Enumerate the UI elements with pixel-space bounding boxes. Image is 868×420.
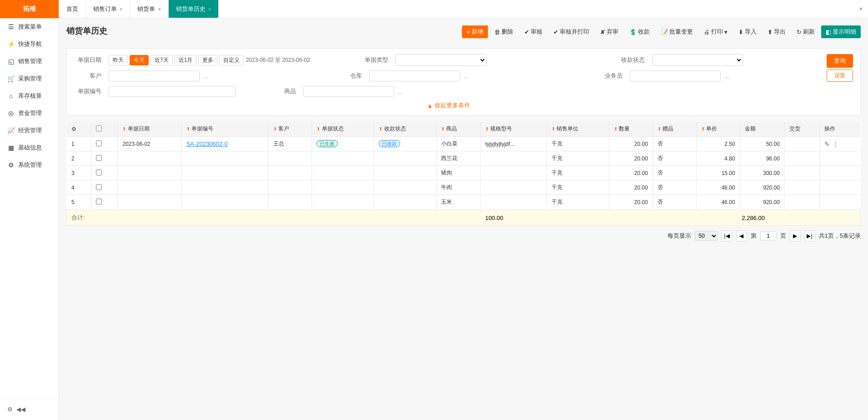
goods-input[interactable] <box>303 86 394 97</box>
col-settings[interactable]: ⚙ <box>67 121 91 137</box>
date-btn-yesterday[interactable]: 昨天 <box>109 55 128 65</box>
add-button[interactable]: + 新增 <box>462 25 488 38</box>
sidebar-item-purchase-mgmt[interactable]: 🛒 采购管理 <box>0 70 59 87</box>
date-btn-more[interactable]: 更多 <box>198 55 217 65</box>
col-doc-status[interactable]: ⬆ 单据状态 <box>312 121 374 137</box>
page-number-input[interactable] <box>760 231 777 240</box>
date-btn-1month[interactable]: 近1月 <box>175 55 197 65</box>
col-gift[interactable]: ⬆ 赠品 <box>652 121 696 137</box>
select-all-checkbox[interactable] <box>96 125 102 131</box>
col-collect-status[interactable]: ⬆ 收款状态 <box>374 121 437 137</box>
row-unit: 千克 <box>547 151 609 166</box>
row-checkbox[interactable] <box>91 166 118 180</box>
col-doc-no[interactable]: ⬆ 单据编号 <box>181 121 268 137</box>
warehouse-dots[interactable]: ... <box>464 73 469 80</box>
row-doc-no[interactable] <box>181 166 268 180</box>
collapse-filter-btn[interactable]: ▲ 收起更多条件 <box>74 101 823 110</box>
date-btn-custom[interactable]: 自定义 <box>219 55 244 65</box>
sidebar-item-biz-mgmt[interactable]: 📈 经营管理 <box>0 122 59 139</box>
row-checkbox[interactable] <box>91 180 118 195</box>
tab-sales-order[interactable]: 销售订单 × <box>86 0 130 18</box>
batch-change-button[interactable]: 📝 批量变更 <box>656 25 697 38</box>
row-doc-no[interactable] <box>181 195 268 210</box>
customer-dots[interactable]: ... <box>203 73 208 80</box>
row-checkbox[interactable] <box>91 151 118 166</box>
sidebar-item-search-menu[interactable]: ☰ 搜索菜单 <box>0 18 59 35</box>
customer-input[interactable] <box>109 70 200 81</box>
tab-sales-history[interactable]: 销货单历史 × <box>169 0 219 18</box>
row-action[interactable] <box>819 166 860 180</box>
finance-icon: ◎ <box>7 110 15 117</box>
import-button[interactable]: ⬇ 导入 <box>734 25 761 38</box>
biz-icon: 📈 <box>7 127 15 134</box>
doc-no-input[interactable] <box>109 86 236 97</box>
row-doc-date <box>118 151 181 166</box>
salesman-dots[interactable]: ... <box>724 73 729 80</box>
col-goods[interactable]: ⬆ 商品 <box>437 121 481 137</box>
tab-sales-goods[interactable]: 销货单 × <box>130 0 168 18</box>
row-action[interactable] <box>819 195 860 210</box>
col-checkbox[interactable] <box>91 121 118 137</box>
tab-sales-goods-close[interactable]: × <box>158 6 161 12</box>
col-customer[interactable]: ⬆ 客户 <box>268 121 312 137</box>
tab-home[interactable]: 首页 <box>59 0 86 18</box>
prev-page-btn[interactable]: ◀ <box>736 230 747 241</box>
col-qty[interactable]: ⬆ 数量 <box>609 121 652 137</box>
delete-button[interactable]: 🗑 删除 <box>490 25 518 38</box>
row-action[interactable] <box>819 151 860 166</box>
row-checkbox[interactable] <box>91 195 118 210</box>
edit-icon[interactable]: ✎ <box>824 140 830 148</box>
sidebar-item-sales-mgmt[interactable]: ◱ 销售管理 <box>0 53 59 70</box>
row-transaction <box>784 151 819 166</box>
print-button[interactable]: 🖨 打印 ▾ <box>699 25 732 38</box>
row-doc-no[interactable]: SA-20230602-0 <box>181 137 268 151</box>
query-button[interactable]: 查询 <box>827 54 853 68</box>
close-all-tabs-btn[interactable]: × <box>853 0 868 18</box>
date-btn-today[interactable]: 今天 <box>130 55 149 65</box>
set-button[interactable]: 设置 <box>827 70 853 82</box>
import-label: 导入 <box>745 28 757 36</box>
delete-label: 删除 <box>502 28 513 36</box>
sidebar-item-inventory[interactable]: ⌂ 库存核算 <box>0 87 59 105</box>
doc-type-select[interactable] <box>396 54 487 66</box>
next-page-btn[interactable]: ▶ <box>790 230 801 241</box>
row-doc-no[interactable] <box>181 151 268 166</box>
sidebar-settings-btn[interactable]: ⚙ ◀◀ <box>0 402 59 416</box>
tab-sales-history-close[interactable]: × <box>208 6 211 12</box>
page-size-select[interactable]: 50 10 20 100 <box>695 231 718 241</box>
sidebar-item-quick-nav[interactable]: ⚡ 快捷导航 <box>0 35 59 53</box>
more-icon[interactable]: ⋮ <box>833 140 839 148</box>
last-page-btn[interactable]: ▶| <box>804 230 815 241</box>
filter-row-3: 单据编号 商品 ... <box>74 86 823 97</box>
sidebar-item-basic-info[interactable]: ▦ 基础信息 <box>0 139 59 156</box>
discard-button[interactable]: ✘ 弃审 <box>596 25 623 38</box>
row-doc-no[interactable] <box>181 180 268 195</box>
refresh-button[interactable]: ↻ 刷新 <box>792 25 819 38</box>
sidebar-item-system-mgmt[interactable]: ⚙ 系统管理 <box>0 156 59 174</box>
date-btn-7days[interactable]: 近7天 <box>151 55 173 65</box>
row-checkbox[interactable] <box>91 137 118 151</box>
export-button[interactable]: ⬆ 导出 <box>763 25 790 38</box>
row-num: 3 <box>67 166 91 180</box>
sidebar-item-finance-mgmt[interactable]: ◎ 资金管理 <box>0 105 59 122</box>
tab-sales-order-close[interactable]: × <box>120 6 122 12</box>
collect-status-select[interactable] <box>652 54 743 66</box>
col-spec[interactable]: ⬆ 规格型号 <box>481 121 547 137</box>
row-num: 4 <box>67 180 91 195</box>
row-action[interactable] <box>819 180 860 195</box>
collect-button[interactable]: 💲 收款 <box>625 25 654 38</box>
col-doc-date[interactable]: ⬆ 单据日期 <box>118 121 181 137</box>
goods-dots[interactable]: ... <box>398 88 403 95</box>
first-page-btn[interactable]: |◀ <box>722 230 733 241</box>
warehouse-input[interactable] <box>369 70 460 81</box>
row-qty: 20.00 <box>609 151 652 166</box>
audit-print-button[interactable]: ✔ 审核并打印 <box>549 25 594 38</box>
row-action[interactable]: ✎⋮ <box>819 137 860 151</box>
table-row: 3猪肉千克20.00否15.00300.00 <box>67 166 861 180</box>
col-price[interactable]: ⬆ 单价 <box>696 121 740 137</box>
salesman-input[interactable] <box>630 70 721 81</box>
audit-button[interactable]: ✔ 审核 <box>520 25 547 38</box>
show-detail-button[interactable]: ◧ 显示明细 <box>821 25 861 38</box>
row-collect-status <box>374 151 437 166</box>
col-unit[interactable]: ⬆ 销售单位 <box>547 121 609 137</box>
